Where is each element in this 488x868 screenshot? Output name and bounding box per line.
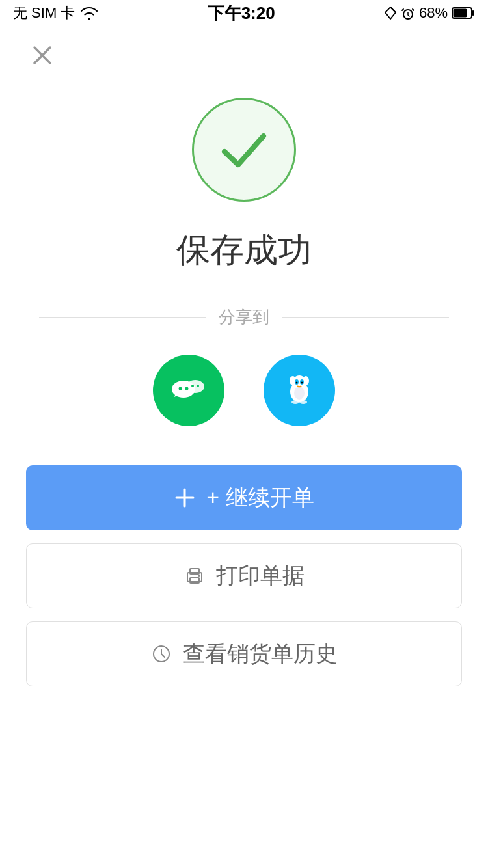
- history-label: 查看销货单历史: [183, 639, 338, 669]
- status-left: 无 SIM 卡: [13, 3, 98, 23]
- wifi-icon: [80, 6, 98, 20]
- svg-point-22: [294, 387, 305, 400]
- checkmark-icon: [215, 120, 273, 179]
- close-button-area: [0, 26, 488, 85]
- print-icon: [183, 565, 206, 587]
- svg-point-8: [179, 387, 182, 390]
- alarm-icon: [401, 6, 415, 20]
- qq-icon: [278, 370, 320, 411]
- svg-point-9: [185, 387, 189, 390]
- success-icon: [192, 98, 296, 202]
- svg-point-7: [186, 380, 204, 393]
- battery-text: 68%: [419, 5, 448, 21]
- svg-point-20: [291, 400, 299, 404]
- success-title: 保存成功: [176, 228, 312, 273]
- svg-point-18: [296, 382, 298, 384]
- svg-rect-2: [472, 10, 474, 16]
- share-row: [153, 355, 335, 426]
- close-icon: [31, 44, 54, 67]
- qq-share-button[interactable]: [264, 355, 335, 426]
- wechat-share-button[interactable]: [153, 355, 224, 426]
- print-button[interactable]: 打印单据: [26, 543, 462, 608]
- wechat-icon: [168, 370, 210, 411]
- divider-left: [39, 317, 206, 318]
- plus-icon: [174, 487, 196, 509]
- status-right: 68%: [384, 5, 475, 21]
- svg-point-10: [191, 385, 194, 387]
- svg-point-28: [198, 575, 200, 577]
- svg-point-21: [299, 400, 307, 404]
- continue-label: + 继续开单: [206, 483, 314, 513]
- continue-button[interactable]: + 继续开单: [26, 465, 462, 530]
- location-icon: [384, 6, 397, 20]
- button-area: + 继续开单 打印单据 查看销货单历史: [0, 465, 488, 686]
- battery-icon: [452, 7, 475, 20]
- close-button[interactable]: [26, 39, 59, 72]
- print-label: 打印单据: [216, 561, 305, 591]
- divider-right: [282, 317, 449, 318]
- share-label: 分享到: [206, 306, 282, 329]
- clock-icon: [150, 643, 172, 665]
- history-button[interactable]: 查看销货单历史: [26, 621, 462, 686]
- share-divider: 分享到: [0, 306, 488, 329]
- status-bar: 无 SIM 卡 下午3:20 68%: [0, 0, 488, 26]
- status-time: 下午3:20: [208, 2, 275, 25]
- svg-rect-3: [454, 9, 467, 18]
- svg-point-19: [301, 382, 303, 384]
- main-content: 保存成功 分享到: [0, 26, 488, 686]
- svg-point-11: [197, 385, 199, 387]
- sim-text: 无 SIM 卡: [13, 3, 75, 23]
